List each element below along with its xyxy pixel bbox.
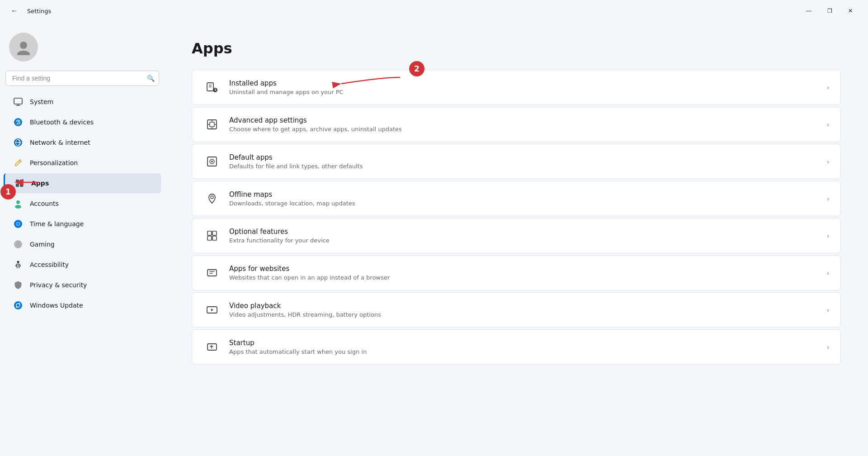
sidebar-item-privacy[interactable]: Privacy & security bbox=[4, 275, 161, 295]
apps-websites-desc: Websites that can open in an app instead… bbox=[229, 274, 821, 281]
apps-websites-chevron: › bbox=[827, 269, 830, 277]
search-box: 🔍 bbox=[5, 71, 159, 86]
svg-point-0 bbox=[20, 42, 27, 49]
profile-section bbox=[0, 25, 165, 71]
default-apps-title: Default apps bbox=[229, 153, 821, 162]
svg-rect-24 bbox=[210, 122, 214, 127]
installed-apps-title: Installed apps bbox=[229, 79, 821, 87]
svg-text:ℬ: ℬ bbox=[16, 119, 21, 126]
offline-maps-text: Offline maps Downloads, storage location… bbox=[229, 190, 821, 207]
sidebar-item-personalization[interactable]: Personalization bbox=[4, 153, 161, 173]
default-apps-desc: Defaults for file and link types, other … bbox=[229, 163, 821, 170]
offline-maps-chevron: › bbox=[827, 195, 830, 203]
svg-rect-31 bbox=[208, 236, 212, 240]
apps-websites-title: Apps for websites bbox=[229, 265, 821, 273]
svg-rect-32 bbox=[212, 236, 217, 240]
maximize-button[interactable]: ❐ bbox=[819, 4, 840, 18]
svg-point-16 bbox=[16, 242, 20, 247]
optional-features-desc: Extra functionality for your device bbox=[229, 237, 821, 244]
settings-item-installed-apps[interactable]: Installed apps Uninstall and manage apps… bbox=[192, 70, 841, 105]
sidebar-item-privacy-label: Privacy & security bbox=[30, 281, 87, 289]
default-apps-icon bbox=[203, 152, 221, 171]
video-playback-chevron: › bbox=[827, 306, 830, 314]
startup-desc: Apps that automatically start when you s… bbox=[229, 348, 821, 355]
settings-item-advanced-app[interactable]: Advanced app settings Choose where to ge… bbox=[192, 107, 841, 142]
update-icon bbox=[13, 300, 24, 311]
svg-rect-29 bbox=[208, 231, 212, 235]
advanced-app-desc: Choose where to get apps, archive apps, … bbox=[229, 126, 821, 133]
optional-features-text: Optional features Extra functionality fo… bbox=[229, 228, 821, 244]
startup-title: Startup bbox=[229, 339, 821, 347]
advanced-app-title: Advanced app settings bbox=[229, 116, 821, 124]
advanced-app-icon bbox=[203, 115, 221, 133]
settings-item-offline-maps[interactable]: Offline maps Downloads, storage location… bbox=[192, 181, 841, 216]
system-icon bbox=[13, 96, 24, 107]
video-playback-text: Video playback Video adjustments, HDR st… bbox=[229, 302, 821, 318]
apps-websites-icon bbox=[203, 264, 221, 282]
annotation-badge-1: 1 bbox=[0, 184, 16, 200]
settings-item-video-playback[interactable]: Video playback Video adjustments, HDR st… bbox=[192, 292, 841, 328]
sidebar-item-accounts[interactable]: Accounts bbox=[4, 194, 161, 214]
startup-icon bbox=[203, 338, 221, 356]
default-apps-text: Default apps Defaults for file and link … bbox=[229, 153, 821, 170]
svg-rect-2 bbox=[14, 98, 22, 104]
optional-features-chevron: › bbox=[827, 232, 830, 240]
offline-maps-icon bbox=[203, 190, 221, 208]
video-playback-icon bbox=[203, 301, 221, 319]
settings-item-default-apps[interactable]: Default apps Defaults for file and link … bbox=[192, 144, 841, 179]
close-button[interactable]: ✕ bbox=[840, 4, 861, 18]
svg-point-10 bbox=[16, 200, 20, 204]
sidebar-item-apps[interactable]: Apps 1 bbox=[4, 173, 161, 193]
sidebar: 🔍 System ℬ Bluetooth & devices Netwo bbox=[0, 22, 165, 456]
main-content: Apps Installed apps Uninstall and manage… bbox=[165, 22, 868, 456]
installed-apps-desc: Uninstall and manage apps on your PC bbox=[229, 89, 821, 95]
sidebar-item-personalization-label: Personalization bbox=[30, 159, 78, 166]
installed-apps-text: Installed apps Uninstall and manage apps… bbox=[229, 79, 821, 95]
sidebar-item-update-label: Windows Update bbox=[30, 302, 83, 309]
sidebar-item-time[interactable]: Time & language bbox=[4, 214, 161, 234]
sidebar-item-update[interactable]: Windows Update bbox=[4, 295, 161, 315]
installed-apps-icon bbox=[203, 78, 221, 96]
sidebar-item-accessibility-label: Accessibility bbox=[30, 261, 69, 268]
avatar bbox=[9, 33, 38, 62]
sidebar-item-bluetooth[interactable]: ℬ Bluetooth & devices bbox=[4, 112, 161, 132]
advanced-app-chevron: › bbox=[827, 120, 830, 129]
sidebar-item-accounts-label: Accounts bbox=[30, 200, 59, 207]
svg-rect-7 bbox=[20, 180, 23, 183]
sidebar-item-network[interactable]: Network & internet bbox=[4, 133, 161, 152]
minimize-button[interactable]: — bbox=[798, 4, 819, 18]
svg-point-1 bbox=[17, 51, 30, 55]
window-controls: — ❐ ✕ bbox=[798, 4, 861, 18]
sidebar-item-gaming[interactable]: Gaming bbox=[4, 234, 161, 254]
settings-item-optional-features[interactable]: Optional features Extra functionality fo… bbox=[192, 218, 841, 253]
svg-point-27 bbox=[211, 161, 213, 162]
sidebar-item-time-label: Time & language bbox=[30, 220, 84, 228]
back-button[interactable]: ← bbox=[7, 4, 22, 18]
svg-point-18 bbox=[14, 301, 22, 309]
sidebar-item-system[interactable]: System bbox=[4, 92, 161, 112]
settings-item-startup[interactable]: Startup Apps that automatically start wh… bbox=[192, 329, 841, 365]
titlebar: ← Settings — ❐ ✕ bbox=[0, 0, 868, 22]
sidebar-item-gaming-label: Gaming bbox=[30, 241, 55, 248]
sidebar-item-apps-label: Apps bbox=[31, 180, 49, 187]
svg-point-14 bbox=[17, 223, 19, 225]
apps-websites-text: Apps for websites Websites that can open… bbox=[229, 265, 821, 281]
settings-item-apps-websites[interactable]: Apps for websites Websites that can open… bbox=[192, 255, 841, 290]
sidebar-item-accessibility[interactable]: Accessibility bbox=[4, 255, 161, 275]
svg-rect-35 bbox=[208, 344, 217, 350]
svg-rect-9 bbox=[20, 184, 23, 187]
app-title: Settings bbox=[27, 8, 51, 14]
search-input[interactable] bbox=[5, 71, 159, 86]
accessibility-icon bbox=[13, 259, 24, 270]
video-playback-desc: Video adjustments, HDR streaming, batter… bbox=[229, 311, 821, 318]
startup-text: Startup Apps that automatically start wh… bbox=[229, 339, 821, 355]
svg-rect-8 bbox=[16, 184, 19, 187]
settings-list: Installed apps Uninstall and manage apps… bbox=[192, 70, 841, 365]
optional-features-icon bbox=[203, 227, 221, 245]
sidebar-nav: System ℬ Bluetooth & devices Network & i… bbox=[0, 91, 165, 316]
annotation-badge-2: 2 bbox=[409, 61, 425, 76]
gaming-icon bbox=[13, 239, 24, 250]
sidebar-item-network-label: Network & internet bbox=[30, 139, 90, 146]
offline-maps-desc: Downloads, storage location, map updates bbox=[229, 200, 821, 207]
svg-rect-33 bbox=[208, 270, 217, 276]
